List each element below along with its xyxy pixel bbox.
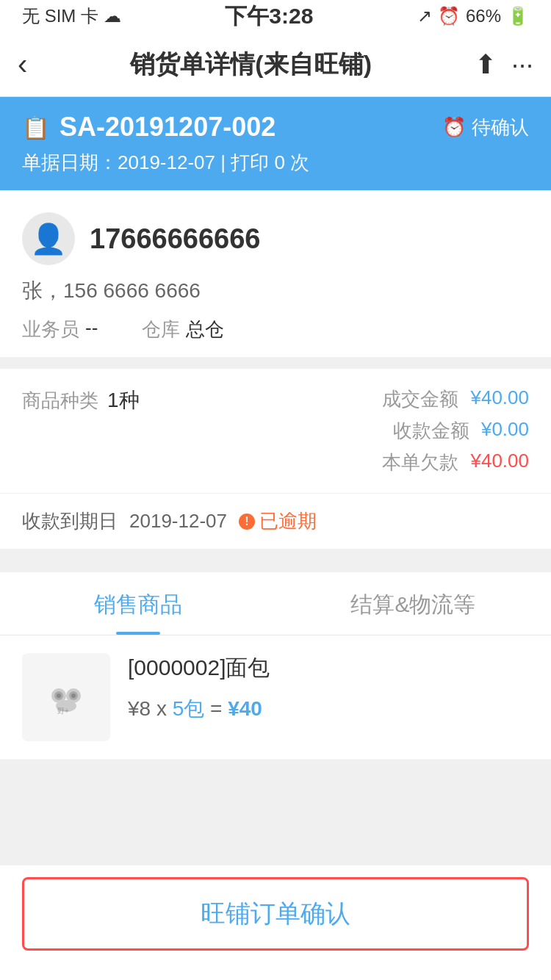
status-time: 下午3:28 (225, 1, 313, 32)
due-label: 本单欠款 (382, 450, 458, 475)
warehouse-label: 仓库 (142, 317, 180, 342)
svg-point-4 (57, 693, 61, 698)
sim-signal: 无 SIM 卡 ☁ (22, 4, 121, 28)
due-amount: ¥40.00 (470, 450, 529, 475)
due-row: 本单欠款 ¥40.00 (382, 450, 529, 475)
products-section: 野+ [0000002]面包 ¥8 x 5包 = ¥40 (0, 635, 551, 760)
confirm-order-button[interactable]: 旺铺订单确认 (22, 877, 529, 951)
product-type-label: 商品种类 (22, 388, 98, 414)
status-clock-icon: ⏰ (442, 116, 466, 139)
received-amount: ¥0.00 (481, 418, 529, 444)
content: 📋 SA-20191207-002 ⏰ 待确认 单据日期：2019-12-07 … (0, 97, 551, 980)
avatar-icon: 👤 (30, 222, 67, 256)
order-status: ⏰ 待确认 (442, 115, 529, 140)
order-id-row: 📋 SA-20191207-002 ⏰ 待确认 (22, 112, 529, 143)
tabs: 销售商品 结算&物流等 (0, 572, 551, 635)
salesperson-value: -- (85, 317, 98, 342)
product-info: [0000002]面包 ¥8 x 5包 = ¥40 (128, 653, 529, 741)
battery-icon: 🔋 (507, 6, 529, 26)
amounts: 成交金额 ¥40.00 收款金额 ¥0.00 本单欠款 ¥40.00 (382, 386, 529, 475)
product-total: ¥40 (228, 697, 262, 720)
divider-1 (0, 357, 551, 369)
avatar: 👤 (22, 212, 75, 265)
overdue-badge: ! 已逾期 (239, 508, 317, 534)
nav-right: ⬆ ··· (475, 49, 533, 80)
status-left: 无 SIM 卡 ☁ (22, 4, 121, 28)
order-icon: 📋 (22, 115, 49, 140)
customer-row: 👤 17666666666 (22, 212, 529, 265)
product-name: [0000002]面包 (128, 653, 529, 683)
due-date-section: 收款到期日 2019-12-07 ! 已逾期 (0, 493, 551, 549)
summary-row: 商品种类 1种 成交金额 ¥40.00 收款金额 ¥0.00 本单欠款 ¥40.… (22, 386, 529, 475)
customer-name: 张，156 6666 6666 (22, 277, 529, 305)
warehouse-value: 总仓 (186, 317, 224, 342)
customer-phone: 17666666666 (90, 223, 260, 255)
share-button[interactable]: ⬆ (475, 49, 497, 80)
salesperson-info: 业务员 -- (22, 317, 98, 342)
bottom-action: 旺铺订单确认 (0, 865, 551, 980)
received-label: 收款金额 (393, 418, 469, 444)
tab-settlement-logistics[interactable]: 结算&物流等 (276, 572, 551, 635)
nav-bar: ‹ 销货单详情(来自旺铺) ⬆ ··· (0, 32, 551, 97)
page-title: 销货单详情(来自旺铺) (130, 48, 372, 82)
date-value: 2019-12-07 | 打印 0 次 (118, 151, 309, 173)
more-button[interactable]: ··· (511, 49, 533, 80)
back-button[interactable]: ‹ (18, 48, 27, 81)
order-date: 单据日期：2019-12-07 | 打印 0 次 (22, 150, 529, 176)
due-date-label: 收款到期日 (22, 508, 118, 534)
customer-section: 👤 17666666666 张，156 6666 6666 业务员 -- 仓库 … (0, 190, 551, 357)
transaction-label: 成交金额 (382, 386, 458, 412)
multiply-sign: x (156, 697, 173, 720)
transaction-row: 成交金额 ¥40.00 (382, 386, 529, 412)
equals-sign: = (210, 697, 228, 720)
product-qty: 5包 (173, 697, 205, 720)
product-price: ¥8 (128, 697, 151, 720)
status-text: 待确认 (472, 115, 529, 140)
product-count: 1种 (107, 386, 140, 414)
customer-meta: 业务员 -- 仓库 总仓 (22, 317, 529, 342)
transaction-amount: ¥40.00 (470, 386, 529, 412)
page: 无 SIM 卡 ☁ 下午3:28 ↗ ⏰ 66% 🔋 ‹ 销货单详情(来自旺铺)… (0, 0, 551, 980)
warehouse-info: 仓库 总仓 (142, 317, 224, 342)
product-price-row: ¥8 x 5包 = ¥40 (128, 695, 529, 723)
battery-level: 66% (466, 6, 501, 26)
order-id: SA-20191207-002 (60, 112, 276, 143)
due-date-value: 2019-12-07 (129, 510, 227, 533)
svg-point-5 (71, 693, 76, 698)
received-row: 收款金额 ¥0.00 (393, 418, 529, 444)
location-icon: ↗ (417, 6, 432, 26)
summary-section: 商品种类 1种 成交金额 ¥40.00 收款金额 ¥0.00 本单欠款 ¥40.… (0, 369, 551, 493)
product-item: 野+ [0000002]面包 ¥8 x 5包 = ¥40 (0, 635, 551, 760)
date-label: 单据日期： (22, 151, 118, 173)
divider-2 (0, 549, 551, 561)
order-header: 📋 SA-20191207-002 ⏰ 待确认 单据日期：2019-12-07 … (0, 97, 551, 190)
overdue-text: 已逾期 (259, 508, 317, 534)
status-bar: 无 SIM 卡 ☁ 下午3:28 ↗ ⏰ 66% 🔋 (0, 0, 551, 32)
svg-text:野+: 野+ (57, 707, 69, 715)
salesperson-label: 业务员 (22, 317, 79, 342)
product-image: 野+ (22, 653, 110, 741)
product-type: 商品种类 1种 (22, 386, 140, 414)
overdue-dot-icon: ! (239, 514, 255, 530)
nav-left: ‹ (18, 48, 27, 81)
status-right: ↗ ⏰ 66% 🔋 (417, 6, 529, 26)
alarm-icon: ⏰ (438, 6, 460, 26)
product-logo: 野+ (44, 675, 88, 719)
tab-sales-products[interactable]: 销售商品 (0, 572, 276, 635)
